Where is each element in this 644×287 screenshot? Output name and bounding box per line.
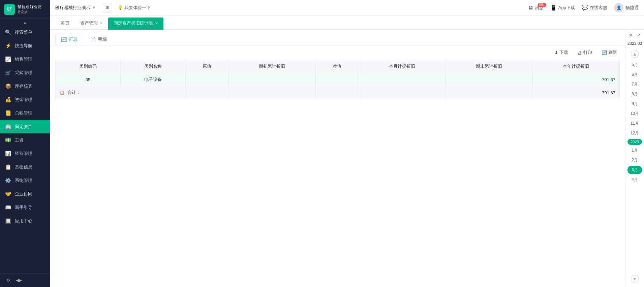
tab-asset-mgmt[interactable]: 资产管理 ✕ [75, 18, 108, 30]
cell-monthly-depr [359, 73, 446, 86]
experience-label: 我要体验一下 [124, 5, 151, 11]
refresh-button[interactable]: 🔄 刷新 [599, 48, 620, 57]
total-icon: 📋 [60, 90, 65, 95]
experience-icon: 💡 [118, 5, 123, 10]
date-item-10[interactable]: 10月 [625, 109, 644, 119]
online-service-icon: 💬 [582, 4, 588, 11]
date-item-3-active[interactable]: 3月 [627, 166, 642, 174]
date-item-11[interactable]: 11月 [625, 119, 644, 128]
date-item-9[interactable]: 9月 [625, 99, 644, 109]
company-selector[interactable]: 医疗器械行业演示 ▼ [55, 5, 96, 11]
date-item-5[interactable]: 5月 [625, 60, 644, 70]
sidebar-item-label: 应用中心 [15, 218, 32, 224]
sidebar-item-guide[interactable]: 📖 新手引导 [0, 201, 50, 214]
date-panel-close-button[interactable]: ✕ [627, 32, 634, 38]
user-label: 畅捷通 [625, 5, 639, 11]
subtab-summary[interactable]: 🔄 汇总 [55, 34, 83, 45]
detail-icon: 📄 [90, 37, 96, 42]
app-download-button[interactable]: 📱 App下载 [550, 4, 575, 11]
tab-asset-mgmt-close[interactable]: ✕ [100, 21, 103, 26]
sidebar-item-label: 经营管理 [15, 151, 32, 157]
refresh-icon: 🔄 [602, 50, 607, 55]
cell-annual-depr: 791.67 [532, 73, 619, 86]
finance-icon: 💰 [5, 96, 11, 103]
company-name: 医疗器械行业演示 [55, 5, 90, 11]
sub-tabs: 🔄 汇总 📄 明细 [50, 30, 625, 45]
date-scroll-up-button[interactable]: ▲ [631, 50, 639, 58]
sidebar-item-fixed-assets[interactable]: 🏢 固定资产 [0, 120, 50, 133]
tab-depreciation-close[interactable]: ✕ [155, 21, 158, 26]
online-service-label: 在线客服 [590, 5, 607, 11]
sidebar-item-purchase[interactable]: 🛒 采购管理 [0, 66, 50, 79]
col-code: 类别编码 [56, 60, 121, 73]
date-item-2[interactable]: 2月 [625, 155, 644, 165]
app-logo-icon: 财 [4, 4, 15, 15]
avatar: 👤 [614, 3, 623, 12]
sidebar-item-sales[interactable]: 📈 销售管理 [0, 53, 50, 66]
sidebar-item-quicknav[interactable]: ⚡ 快捷导航 [0, 39, 50, 53]
cell-original [185, 73, 228, 86]
notification-badge: 99+ [538, 3, 546, 7]
sidebar-item-label: 系统管理 [15, 178, 32, 184]
date-year-2023-badge[interactable]: 2023 [627, 139, 642, 145]
date-item-6[interactable]: 6月 [625, 70, 644, 79]
inventory-icon: 📦 [5, 83, 11, 90]
download-button[interactable]: ⬇ 下载 [552, 48, 571, 57]
sidebar: 财 畅捷通好业财 普及版 ▲ 🔍 搜索菜单 ⚡ 快捷导航 📈 销售管理 🛒 采购… [0, 0, 50, 287]
online-service-button[interactable]: 💬 在线客服 [582, 4, 607, 11]
sidebar-item-operations[interactable]: 📊 经营管理 [0, 147, 50, 160]
sidebar-item-system[interactable]: ⚙️ 系统管理 [0, 174, 50, 187]
tab-depreciation-report[interactable]: 固定资产折旧统计表 ✕ [108, 18, 163, 30]
total-annual-depr: 791.67 [532, 86, 619, 99]
sidebar-item-inventory[interactable]: 📦 库存核算 [0, 79, 50, 93]
app-download-icon: 📱 [550, 4, 557, 11]
sidebar-item-basic-info[interactable]: 📋 基础信息 [0, 160, 50, 174]
operations-icon: 📊 [5, 150, 11, 157]
subtab-detail-label: 明细 [98, 36, 107, 42]
sidebar-item-ledger[interactable]: 📒 总账管理 [0, 106, 50, 120]
sidebar-scroll-up[interactable]: ▲ [22, 20, 28, 24]
sidebar-item-finance[interactable]: 💰 资金管理 [0, 93, 50, 106]
user-button[interactable]: 👤 畅捷通 [614, 3, 639, 12]
table-header-row: 类别编码 类别名称 原值 期初累计折旧 净值 本月计提折旧 期末累计折旧 本年计… [56, 60, 620, 73]
date-item-8[interactable]: 8月 [625, 89, 644, 99]
date-item-4[interactable]: 4月 [625, 175, 644, 185]
notification-icon: 🖥 [528, 5, 533, 11]
experience-button[interactable]: 💡 我要体验一下 [118, 5, 151, 11]
total-net-value [315, 86, 359, 99]
content-panel: 🔄 汇总 📄 明细 ⬇ 下载 🖨 打印 🔄 [50, 30, 625, 287]
sidebar-item-label: 销售管理 [15, 56, 32, 62]
tab-home[interactable]: 首页 [55, 18, 75, 30]
sidebar-item-app-center[interactable]: 🔲 应用中心 [0, 214, 50, 228]
notifications-button[interactable]: 🖥 消息 99+ [528, 5, 544, 11]
sidebar-item-label: 新手引导 [15, 204, 32, 211]
download-label: 下载 [559, 50, 568, 56]
sidebar-item-search[interactable]: 🔍 搜索菜单 [0, 26, 50, 39]
tab-depreciation-label: 固定资产折旧统计表 [114, 20, 153, 26]
subtab-detail[interactable]: 📄 明细 [85, 34, 113, 45]
total-monthly-depr [359, 86, 446, 99]
col-monthly-depr: 本月计提折旧 [359, 60, 446, 73]
print-button[interactable]: 🖨 打印 [575, 48, 595, 57]
date-panel-expand-button[interactable]: ⤢ [636, 32, 642, 38]
date-item-7[interactable]: 7月 [625, 79, 644, 89]
sidebar-item-collaboration[interactable]: 🤝 企业协同 [0, 187, 50, 201]
collapse-button[interactable]: ◀▶ [16, 277, 22, 284]
quicknav-icon: ⚡ [5, 42, 11, 49]
sidebar-item-label: 基础信息 [15, 164, 32, 170]
settings-button[interactable]: ⚙ [5, 277, 11, 284]
sidebar-item-payroll[interactable]: 💵 工资 [0, 133, 50, 147]
sidebar-item-label: 快捷导航 [15, 43, 32, 49]
search-icon: 🔍 [5, 29, 11, 36]
date-scroll-down-button[interactable]: ▼ [631, 275, 639, 283]
app-download-label: App下载 [558, 5, 575, 11]
fixed-assets-icon: 🏢 [5, 123, 11, 130]
date-item-1[interactable]: 1月 [625, 146, 644, 155]
topbar-settings-button[interactable]: ⚙ [103, 3, 112, 12]
refresh-label: 刷新 [608, 50, 617, 56]
sidebar-item-label: 搜索菜单 [15, 29, 32, 35]
system-icon: ⚙️ [5, 177, 11, 184]
subtab-summary-label: 汇总 [69, 36, 78, 42]
date-item-12[interactable]: 12月 [625, 128, 644, 138]
app-edition: 普及版 [18, 10, 42, 14]
